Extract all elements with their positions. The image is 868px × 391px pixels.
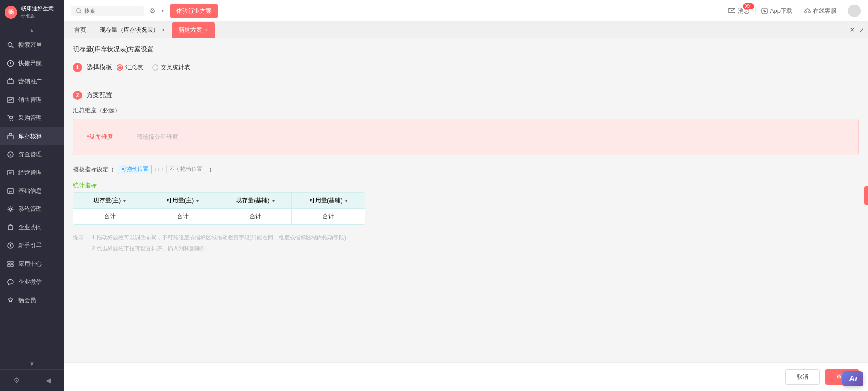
sidebar-item-system[interactable]: 系统管理	[0, 200, 64, 218]
logo-icon: 畅	[5, 6, 17, 19]
sidebar-item-enterprise-label: 企业协同	[18, 223, 42, 232]
template-radio-group: 汇总表 交叉统计表	[117, 63, 190, 72]
sidebar-item-app-center-label: 应用中心	[18, 260, 42, 268]
sidebar-item-search-menu-label: 搜索菜单	[18, 41, 42, 49]
stats-col-0-label: 现存量(主)	[93, 196, 121, 205]
sidebar-item-finance[interactable]: ¥ 资金管理	[0, 145, 64, 164]
stats-col-3[interactable]: 可用量(基辅) ▾	[292, 193, 365, 208]
svg-point-21	[10, 247, 11, 247]
sidebar-item-enterprise-wechat[interactable]: 企业微信	[0, 273, 64, 291]
app-center-icon	[6, 260, 15, 268]
customer-service-label: 在线客服	[813, 7, 837, 15]
radio-cross-circle	[152, 64, 158, 71]
sidebar-item-member[interactable]: 畅会员	[0, 291, 64, 309]
stats-col-2-label: 现存量(基辅)	[236, 196, 270, 205]
stats-col-2[interactable]: 现存量(基辅) ▾	[219, 193, 292, 208]
sidebar-item-search-menu[interactable]: 搜索菜单	[0, 36, 64, 54]
tab-new-plan[interactable]: 新建方案 ×	[172, 22, 215, 38]
radio-summary-label: 汇总表	[125, 63, 143, 72]
svg-point-6	[10, 120, 11, 121]
messages-icon	[728, 7, 736, 15]
enterprise-icon	[6, 223, 15, 232]
sidebar-item-newbie[interactable]: 新手引导	[0, 237, 64, 255]
stats-col-3-label: 可用量(基辅)	[309, 196, 343, 205]
tip-2-content: 2.点击标题栏下拉可设置排序、插入列和删除列	[92, 243, 206, 254]
stats-table-header: 现存量(主) ▾ 可用量(主) ▾ 现存量(基辅) ▾	[73, 193, 365, 208]
search-box[interactable]	[71, 6, 144, 16]
search-menu-icon	[6, 41, 15, 49]
dimension-placeholder: 请选择分组维度	[137, 133, 178, 141]
tab-inventory-status[interactable]: 现存量（库存状况表） ×	[93, 22, 172, 38]
dropdown-btn[interactable]: ▾	[161, 7, 164, 14]
stats-col-0[interactable]: 现存量(主) ▾	[73, 193, 146, 208]
cancel-button[interactable]: 取消	[785, 369, 820, 385]
stats-section: 统计指标 现存量(主) ▾ 可用量(主) ▾	[73, 181, 859, 225]
section1-title: 选择模板	[87, 63, 112, 72]
sidebar-item-enterprise[interactable]: 企业协同	[0, 218, 64, 237]
stats-col-1[interactable]: 可用量(主) ▾	[146, 193, 219, 208]
expand-panel-btn[interactable]: ⤢	[859, 26, 864, 34]
search-input[interactable]	[84, 8, 130, 14]
stats-col-3-chevron[interactable]: ▾	[345, 198, 347, 203]
svg-rect-4	[8, 80, 13, 84]
tab-inventory-close-btn[interactable]: ×	[162, 27, 165, 33]
right-panel-handle[interactable]	[864, 186, 868, 205]
sidebar-item-basic-info[interactable]: 基础信息	[0, 182, 64, 200]
dimension-row-label: *纵向维度	[87, 133, 113, 141]
app-download-btn[interactable]: App下载	[761, 7, 792, 15]
content-inner: 现存量(库存状况表)方案设置 1 选择模板 汇总表 交叉统计表	[64, 38, 868, 391]
tab-home[interactable]: 首页	[67, 22, 93, 38]
stats-cell-1: 合计	[146, 209, 219, 224]
messages-btn[interactable]: 99+ 消息	[728, 7, 750, 15]
sidebar-nav: 搜索菜单 快捷导航 营销推广	[0, 36, 64, 358]
ai-badge[interactable]: Ai	[842, 371, 863, 386]
section-choose-template: 1 选择模板 汇总表 交叉统计表	[73, 63, 859, 72]
stats-cell-2: 合计	[219, 209, 292, 224]
indicator-settings-text: 模板指标设定（	[73, 165, 114, 174]
quick-nav-icon	[6, 59, 15, 67]
sidebar-item-purchase[interactable]: 采购管理	[0, 109, 64, 127]
page-title: 现存量(库存状况表)方案设置	[73, 46, 859, 54]
newbie-icon	[6, 242, 15, 250]
stats-table-row: 合计 合计 合计 合计	[73, 208, 365, 224]
sidebar-item-quick-nav[interactable]: 快捷导航	[0, 54, 64, 72]
dimension-selection-area[interactable]: *纵向维度 —— 请选择分组维度	[73, 119, 859, 155]
sidebar-footer: ⚙ ◀	[0, 369, 64, 391]
sidebar-scroll-up[interactable]: ▲	[0, 25, 64, 36]
radio-summary-circle	[117, 64, 123, 71]
sidebar-expand-btn[interactable]: ◀	[42, 374, 55, 386]
tab-new-plan-close-btn[interactable]: ×	[205, 27, 208, 33]
sidebar-scroll-down[interactable]: ▼	[0, 358, 64, 369]
stats-col-2-chevron[interactable]: ▾	[272, 198, 275, 203]
stats-cell-3: 合计	[292, 209, 365, 224]
stats-label: 统计指标	[73, 181, 859, 190]
sidebar-item-inventory[interactable]: 库存核算	[0, 127, 64, 145]
indicator-settings: 模板指标设定（ 可拖动位置 □□ 不可拖动位置 ）	[73, 165, 859, 174]
app-download-icon	[761, 7, 768, 15]
radio-cross-table[interactable]: 交叉统计表	[152, 63, 190, 72]
dimension-dash: ——	[121, 134, 133, 141]
svg-rect-11	[8, 170, 13, 175]
tip-2: 提示： 2.点击标题栏下拉可设置排序、插入列和删除列	[73, 243, 859, 254]
topbar-divider2	[798, 6, 798, 15]
settings-icon-btn[interactable]: ⚙	[149, 6, 156, 15]
sidebar-settings-btn[interactable]: ⚙	[10, 374, 23, 386]
sidebar-item-marketing[interactable]: 营销推广	[0, 72, 64, 91]
sidebar-item-sales[interactable]: 销售管理	[0, 91, 64, 109]
user-avatar[interactable]	[848, 5, 861, 17]
radio-summary-table[interactable]: 汇总表	[117, 63, 143, 72]
tab-new-plan-label: 新建方案	[179, 26, 202, 34]
close-panel-btn[interactable]: ✕	[849, 26, 855, 34]
indicator-settings-label: 模板指标设定（ 可拖动位置 □□ 不可拖动位置 ）	[73, 165, 859, 174]
stats-col-0-chevron[interactable]: ▾	[123, 198, 126, 203]
section2-num: 2	[73, 91, 82, 100]
customer-service-btn[interactable]: 在线客服	[804, 7, 837, 15]
section2-header: 2 方案配置	[73, 91, 859, 100]
sidebar-item-marketing-label: 营销推广	[18, 77, 42, 86]
tab-home-label: 首页	[74, 26, 86, 34]
topbar: ⚙ ▾ 体验行业方案 99+ 消息 App下载	[64, 0, 868, 22]
sidebar-item-business[interactable]: 经营管理	[0, 164, 64, 182]
stats-col-1-chevron[interactable]: ▾	[196, 198, 199, 203]
sidebar-item-app-center[interactable]: 应用中心	[0, 255, 64, 273]
industry-plan-button[interactable]: 体验行业方案	[170, 4, 218, 18]
